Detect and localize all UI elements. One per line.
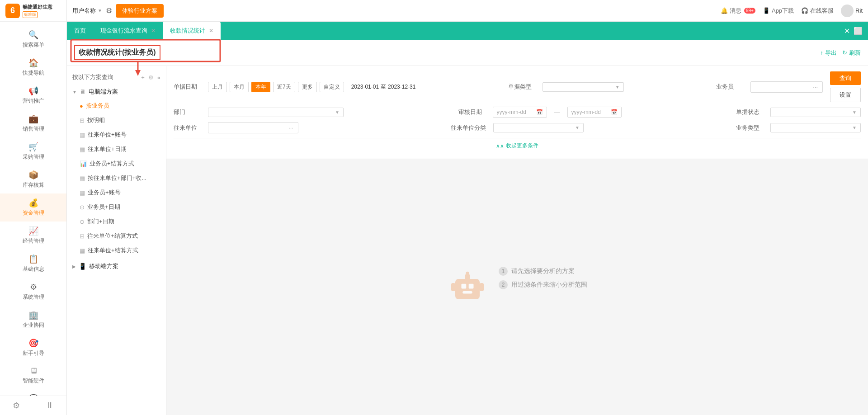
collapse-filter-btn[interactable]: ∧∧ 收起更多条件: [174, 138, 861, 153]
category-select[interactable]: ▼: [493, 123, 584, 132]
user-avatar-area[interactable]: Rit: [841, 5, 863, 17]
svg-rect-4: [465, 274, 470, 280]
review-from-input[interactable]: yyyy-mm-dd 📅: [493, 107, 547, 118]
date-label: 单据日期: [174, 83, 201, 91]
sidebar-item-nav[interactable]: 🏠 快捷导航: [0, 53, 66, 81]
sidebar-item-stock[interactable]: 📦 库存核算: [0, 165, 66, 193]
hardware-icon: 🖥: [29, 366, 38, 376]
date-btn-this-month[interactable]: 本月: [230, 82, 249, 92]
tab-home[interactable]: 首页: [67, 22, 93, 40]
hint-text-2: 用过滤条件来缩小分析范围: [511, 281, 587, 289]
add-scheme-btn[interactable]: +: [141, 74, 145, 81]
status-select[interactable]: ▼: [770, 108, 861, 117]
sidebar-item-purchase[interactable]: 🛒 采购管理: [0, 137, 66, 165]
tree-item-partner-acct[interactable]: ▦ 往来单位+账号: [67, 127, 166, 142]
sidebar-item-basic[interactable]: 📋 基础信息: [0, 250, 66, 278]
tree-group-mobile-label[interactable]: ▶ 📱 移动端方案: [67, 259, 166, 273]
review-label: 审核日期: [458, 108, 486, 116]
date-options-group: 上月 本月 本年 近7天 更多 自定义: [208, 82, 344, 92]
sidebar-item-finance[interactable]: 💰 资金管理: [0, 193, 66, 222]
calendar-to-icon: 📅: [611, 109, 618, 115]
tree-item-partner-settle1-label: 往来单位+结算方式: [87, 232, 138, 240]
salesman-dots[interactable]: ···: [813, 84, 818, 90]
partner-input-group: ···: [208, 122, 298, 133]
tree-group-desktop-label[interactable]: ▼ 🖥 电脑端方案: [67, 85, 166, 99]
query-button[interactable]: 查询: [830, 71, 861, 85]
tree-item-salesman-date[interactable]: ⊙ 业务员+日期: [67, 200, 166, 214]
export-button[interactable]: ↑ 导出: [821, 49, 837, 57]
type-select[interactable]: ▼: [542, 82, 624, 92]
date-btn-more[interactable]: 更多: [298, 82, 317, 92]
logo-badge: 标准版: [23, 11, 38, 18]
tab-collect[interactable]: 收款情况统计 ✕: [163, 22, 221, 40]
sidebar-label-nav: 快捷导航: [23, 69, 44, 77]
sidebar-label-system: 系统管理: [23, 293, 44, 301]
tree-item-salesman[interactable]: ● 按业务员: [67, 99, 166, 113]
right-panel: 单据日期 上月 本月 本年 近7天 更多 自定义 2023-01-01 至: [166, 66, 868, 415]
stock-icon: 📦: [28, 170, 38, 180]
sidebar-item-wechat[interactable]: 💬 企业微信: [0, 389, 66, 396]
collapse-footer-btn[interactable]: ⏸: [46, 401, 54, 410]
top-header-right: 🔔 消息 99+ 📱 App下载 🎧 在线客服 Rit: [721, 5, 863, 17]
tab-bank[interactable]: 现金银行流水查询 ✕: [93, 22, 163, 40]
tree-group-desktop-text: 电脑端方案: [89, 88, 118, 96]
messages-btn[interactable]: 🔔 消息 99+: [721, 7, 755, 15]
tab-maximize-btn[interactable]: ⬜: [854, 27, 863, 35]
user-info: 用户名称 ▼: [72, 7, 102, 15]
tree-item-dept-date[interactable]: ⊙ 部门+日期: [67, 214, 166, 229]
search-icon: 🔍: [28, 30, 38, 40]
tree-item-partner-settle2[interactable]: ▦ 往来单位+结算方式: [67, 243, 166, 258]
tree-item-salesman-settle[interactable]: 📊 业务员+结算方式: [67, 156, 166, 171]
sidebar-item-marketing[interactable]: 📢 营销推广: [0, 81, 66, 109]
gear-button[interactable]: ⚙: [106, 6, 112, 15]
review-from-placeholder: yyyy-mm-dd: [497, 109, 526, 115]
dept-select-arrow: ▼: [335, 110, 340, 115]
svg-rect-6: [451, 283, 455, 291]
tab-collect-close[interactable]: ✕: [209, 28, 213, 34]
review-to-input[interactable]: yyyy-mm-dd 📅: [567, 107, 622, 118]
headset-icon: 🎧: [801, 7, 808, 14]
date-btn-this-year[interactable]: 本年: [251, 82, 270, 92]
partner-dots[interactable]: ···: [288, 124, 293, 131]
settings-footer-btn[interactable]: ⚙: [13, 401, 20, 410]
sidebar-item-system[interactable]: ⚙ 系统管理: [0, 278, 66, 306]
date-btn-custom[interactable]: 自定义: [320, 82, 344, 92]
tree-item-partner-dept[interactable]: ▦ 按往来单位+部门+收...: [67, 171, 166, 185]
sidebar-item-operations[interactable]: 📈 经营管理: [0, 222, 66, 250]
collapse-label: 收起更多条件: [506, 142, 538, 150]
tab-bank-close[interactable]: ✕: [151, 28, 156, 34]
messages-label: 消息: [730, 7, 741, 15]
tree-item-partner-settle1[interactable]: ⊞ 往来单位+结算方式: [67, 229, 166, 243]
tree-item-salesman-settle-label: 业务员+结算方式: [90, 160, 134, 168]
detail-icon: ⊞: [80, 117, 85, 124]
date-btn-7days[interactable]: 近7天: [273, 82, 295, 92]
tree-group-mobile-text: 移动端方案: [89, 262, 118, 270]
tree-item-salesman-date-label: 业务员+日期: [87, 203, 120, 211]
finance-icon: 💰: [28, 198, 38, 208]
tree-item-detail[interactable]: ⊞ 按明细: [67, 113, 166, 127]
sidebar-item-guide[interactable]: 🎯 新手引导: [0, 334, 66, 362]
app-download-btn[interactable]: 📱 App下载: [763, 7, 794, 15]
online-service-btn[interactable]: 🎧 在线客服: [801, 7, 834, 15]
tree-item-partner-date[interactable]: ▦ 往来单位+日期: [67, 142, 166, 156]
salesman-settle-icon: 📊: [80, 160, 87, 167]
hint-list: 1 请先选择要分析的方案 2 用过滤条件来缩小分析范围: [499, 267, 587, 294]
sidebar-item-hardware[interactable]: 🖥 智能硬件: [0, 362, 66, 389]
sidebar-item-corp[interactable]: 🏢 企业协同: [0, 306, 66, 334]
sidebar-label-corp: 企业协同: [23, 321, 44, 329]
dept-select[interactable]: ▼: [208, 108, 344, 117]
query-btn-group: 查询 设置: [830, 71, 861, 102]
tab-close-all-btn[interactable]: ✕: [844, 27, 850, 35]
collapse-panel-btn[interactable]: «: [157, 74, 160, 81]
tree-item-salesman-acct[interactable]: ▦ 业务员+账号: [67, 185, 166, 200]
sidebar-item-sales[interactable]: 💼 销售管理: [0, 109, 66, 137]
trial-button[interactable]: 体验行业方案: [116, 4, 164, 18]
scheme-settings-btn[interactable]: ⚙: [148, 74, 154, 81]
settings-button[interactable]: 设置: [830, 88, 861, 102]
sidebar-label-hardware: 智能硬件: [23, 377, 44, 385]
sidebar-item-search[interactable]: 🔍 搜索菜单: [0, 25, 66, 53]
biz-type-select[interactable]: ▼: [770, 123, 861, 132]
date-btn-last-month[interactable]: 上月: [208, 82, 227, 92]
salesman-active-icon: ●: [80, 103, 83, 109]
refresh-button[interactable]: ↻ 刷新: [842, 49, 861, 57]
